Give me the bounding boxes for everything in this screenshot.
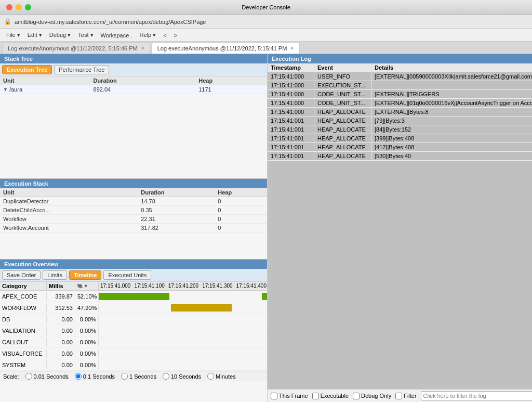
window-controls[interactable] bbox=[6, 4, 31, 10]
elh-timestamp: Timestamp bbox=[268, 63, 314, 72]
menu-debug[interactable]: Debug ▾ bbox=[46, 31, 74, 40]
exec-log-header: Execution Log bbox=[268, 54, 532, 63]
timeline-row-workflow: WORKFLOW 312.53 47.90% bbox=[0, 302, 267, 314]
log-entry-6[interactable]: 17:15:41:001 HEAP_ALLOCATE [84]|Bytes:15… bbox=[268, 125, 532, 134]
filter-filter[interactable]: Filter bbox=[395, 393, 416, 399]
col-duration: Duration bbox=[90, 76, 196, 85]
execution-stack-header: Execution Stack bbox=[0, 179, 267, 188]
es-row[interactable]: Workflow 22.31 0 bbox=[0, 215, 267, 224]
maximize-button[interactable] bbox=[25, 4, 31, 10]
filter-bar: This Frame Executable Debug Only Filter bbox=[268, 389, 532, 402]
scale-option-min[interactable]: Minutes bbox=[207, 373, 236, 380]
ov-tab-executed-units[interactable]: Executed Units bbox=[103, 270, 151, 280]
timeline-row-vf: VISUALFORCE 0.00 0.00% bbox=[0, 348, 267, 359]
log-entry-5[interactable]: 17:15:41:001 HEAP_ALLOCATE [79]|Bytes:3 bbox=[268, 116, 532, 125]
log-entry-7[interactable]: 17:15:41:001 HEAP_ALLOCATE [399]|Bytes:4… bbox=[268, 134, 532, 143]
menu-test[interactable]: Test ▾ bbox=[75, 31, 96, 40]
menu-help[interactable]: Help ▾ bbox=[136, 31, 159, 40]
menubar: File ▾ Edit ▾ Debug ▾ Test ▾ Workspace .… bbox=[0, 29, 532, 42]
tab-1[interactable]: Log executeAnonymous @11/12/2022, 5:15:4… bbox=[152, 42, 300, 54]
tab-execution-tree[interactable]: Execution Tree bbox=[2, 65, 52, 74]
menu-forward[interactable]: > bbox=[171, 31, 180, 40]
filter-debug-only[interactable]: Debug Only bbox=[353, 393, 391, 399]
address-text: amitblog-dev-ed.my.salesforce.com/_ui/co… bbox=[15, 19, 206, 25]
es-col-unit: Unit bbox=[0, 188, 138, 197]
timeline-row-apex: APEX_CODE 339.87 52.10% bbox=[0, 291, 267, 302]
menu-edit[interactable]: Edit ▾ bbox=[24, 31, 45, 40]
es-col-heap: Heap bbox=[215, 188, 267, 197]
tab-1-label: Log executeAnonymous @11/12/2022, 5:15:4… bbox=[157, 45, 287, 51]
log-entry-4[interactable]: 17:15:41:000 HEAP_ALLOCATE [EXTERNAL]|By… bbox=[268, 108, 532, 116]
es-row[interactable]: Workflow:Account 317.82 0 bbox=[0, 224, 267, 232]
tabs-bar: Log executeAnonymous @11/12/2022, 5:15:4… bbox=[0, 42, 532, 54]
scale-row: Scale: 0.01 Seconds 0.1 Seconds 1 Second… bbox=[0, 371, 267, 381]
col-heap: Heap bbox=[195, 76, 267, 85]
scale-option-10[interactable]: 10 Seconds bbox=[163, 373, 201, 380]
tab-performance-tree[interactable]: Performance Tree bbox=[54, 65, 109, 74]
scale-option-1[interactable]: 1 Seconds bbox=[121, 373, 156, 380]
right-panel: Execution Log Timestamp Event Details 17… bbox=[268, 54, 532, 402]
th-timeline: 17:15:41.000 17:15:41.100 17:15:41.200 1… bbox=[99, 282, 267, 290]
stack-tree: Stack Tree Execution Tree Performance Tr… bbox=[0, 54, 267, 179]
elh-details: Details bbox=[371, 63, 532, 72]
timeline-row-validation: VALIDATION 0.00 0.00% bbox=[0, 325, 267, 336]
lock-icon: 🔒 bbox=[4, 18, 11, 25]
left-panel: Stack Tree Execution Tree Performance Tr… bbox=[0, 54, 268, 402]
ov-tab-timeline[interactable]: Timeline bbox=[69, 270, 101, 280]
log-entry-9[interactable]: 17:15:41:001 HEAP_ALLOCATE [530]|Bytes:4… bbox=[268, 152, 532, 161]
expand-icon: ▼ bbox=[3, 87, 8, 92]
es-col-duration: Duration bbox=[138, 188, 215, 197]
tab-0-close[interactable]: ✕ bbox=[141, 46, 145, 51]
window-title: Developer Console bbox=[242, 4, 290, 10]
timeline-row-callout: CALLOUT 0.00 0.00% bbox=[0, 336, 267, 348]
th-millis: Millis bbox=[47, 282, 75, 290]
tab-1-close[interactable]: ✕ bbox=[290, 46, 294, 51]
menu-back[interactable]: < bbox=[160, 31, 169, 40]
addressbar: 🔒 amitblog-dev-ed.my.salesforce.com/_ui/… bbox=[0, 15, 532, 29]
dropdown-arrow-icon: ▼ bbox=[84, 283, 88, 289]
execution-stack: Execution Stack Unit Duration Heap Dupli… bbox=[0, 179, 267, 260]
overview-tabs: Save Order Limits Timeline Executed Unit… bbox=[0, 269, 267, 282]
execution-overview: Execution Overview Save Order Limits Tim… bbox=[0, 260, 267, 402]
timeline-row-system: SYSTEM 0.00 0.00% bbox=[0, 359, 267, 371]
exec-log-rows: 17:15:41:000 USER_INFO [EXTERNAL]|005900… bbox=[268, 72, 532, 389]
tree-row[interactable]: ▼ /aura 892.04 1171 bbox=[0, 85, 267, 94]
tab-0-label: Log executeAnonymous @11/12/2022, 5:15:4… bbox=[8, 45, 138, 51]
stack-tree-header: Stack Tree bbox=[0, 54, 267, 63]
execution-overview-header: Execution Overview bbox=[0, 260, 267, 269]
log-entry-3[interactable]: 17:15:41:000 CODE_UNIT_ST... [EXTERNAL]|… bbox=[268, 99, 532, 108]
log-entry-1[interactable]: 17:15:41:000 EXECUTION_ST... bbox=[268, 81, 532, 90]
exec-log-table-header: Timestamp Event Details bbox=[268, 63, 532, 72]
es-row[interactable]: DuplicateDetector 14.78 0 bbox=[0, 197, 267, 206]
tab-0[interactable]: Log executeAnonymous @11/12/2022, 5:15:4… bbox=[2, 42, 151, 54]
filter-input[interactable] bbox=[421, 391, 532, 400]
ov-tab-limits[interactable]: Limits bbox=[43, 270, 67, 280]
log-entry-2[interactable]: 17:15:41:000 CODE_UNIT_ST... [EXTERNAL]|… bbox=[268, 90, 532, 99]
menu-file[interactable]: File ▾ bbox=[3, 31, 23, 40]
log-entry-8[interactable]: 17:15:41:001 HEAP_ALLOCATE [412]|Bytes:4… bbox=[268, 143, 532, 152]
stack-tree-tabs: Execution Tree Performance Tree bbox=[0, 63, 267, 76]
filter-this-frame[interactable]: This Frame bbox=[271, 393, 308, 399]
scale-option-01[interactable]: 0.1 Seconds bbox=[75, 373, 115, 380]
elh-event: Event bbox=[314, 63, 371, 72]
scale-label: Scale: bbox=[3, 373, 19, 380]
timeline-row-db: DB 0.00 0.00% bbox=[0, 314, 267, 325]
log-entry-0[interactable]: 17:15:41:000 USER_INFO [EXTERNAL]|005900… bbox=[268, 72, 532, 81]
titlebar: Developer Console bbox=[0, 0, 532, 15]
th-percent: % ▼ bbox=[75, 282, 99, 290]
minimize-button[interactable] bbox=[16, 4, 22, 10]
es-row[interactable]: DeleteChildAcco... 0.35 0 bbox=[0, 206, 267, 215]
th-category: Category bbox=[0, 282, 47, 290]
ov-tab-save-order[interactable]: Save Order bbox=[2, 270, 41, 280]
close-button[interactable] bbox=[6, 4, 12, 10]
menu-workspace[interactable]: Workspace . bbox=[98, 31, 136, 40]
scale-option-001[interactable]: 0.01 Seconds bbox=[25, 373, 69, 380]
col-unit: Unit bbox=[0, 76, 90, 85]
filter-executable[interactable]: Executable bbox=[312, 393, 349, 399]
